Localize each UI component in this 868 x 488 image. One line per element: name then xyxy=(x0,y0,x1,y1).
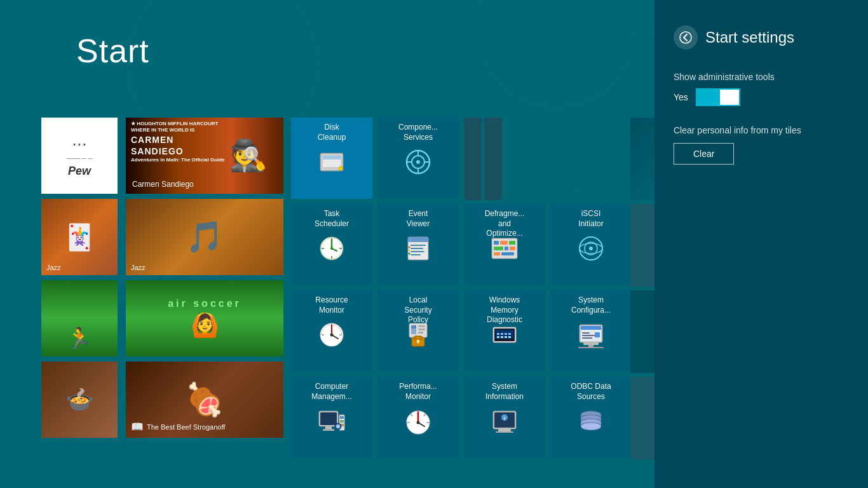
svg-point-88 xyxy=(336,424,340,428)
event-viewer-icon xyxy=(403,233,433,269)
local-security-name: LocalSecurityPolicy xyxy=(381,295,455,325)
event-viewer-tile[interactable]: EventViewer xyxy=(377,204,459,285)
stroganoff-label: 📖 The Best Beef Stroganoff xyxy=(131,421,225,433)
admin-tools-label: Show administrative tools xyxy=(674,72,849,82)
svg-rect-50 xyxy=(418,325,425,327)
svg-rect-2 xyxy=(323,156,341,159)
computer-mgmt-name: ComputerManagem... xyxy=(295,382,369,402)
svg-point-6 xyxy=(416,160,420,164)
air-soccer-title: air soccer xyxy=(168,298,241,309)
carmen-logo-text: ★ HOUGHTON MIFFLIN HARCOURTWHERE IN THE … xyxy=(131,121,226,164)
stroganoff-label-text: The Best Beef Stroganoff xyxy=(147,423,225,431)
svg-rect-82 xyxy=(323,429,334,431)
computer-mgmt-icon xyxy=(316,406,347,442)
toggle-row: Yes xyxy=(674,88,849,106)
sys-info-name: SystemInformation xyxy=(468,382,541,402)
page-title: Start xyxy=(76,32,149,70)
pew-subtitle-icon: ─── ─ ─ xyxy=(67,155,93,162)
defrag-tile[interactable]: Defragme...andOptimize... xyxy=(464,204,545,285)
admin-tools-section: Show administrative tools Yes xyxy=(674,72,849,106)
svg-rect-63 xyxy=(505,336,507,338)
svg-rect-80 xyxy=(320,412,337,425)
svg-point-90 xyxy=(417,421,420,424)
stroganoff-wide-tile[interactable]: 🍖 📖 The Best Beef Stroganoff xyxy=(126,362,283,438)
perf-monitor-tile[interactable]: Performa...Monitor xyxy=(377,377,459,458)
iscsi-tile[interactable]: iSCSIInitiator xyxy=(550,204,632,285)
sys-info-tile[interactable]: SystemInformation i xyxy=(464,377,545,458)
left-tiles-column: ··· ─── ─ ─ Pew 🃏 Jazz 🏃 🍲 xyxy=(41,118,118,438)
odbc-tile[interactable]: ODBC DataSources xyxy=(550,377,632,458)
air-soccer-wide-tile[interactable]: air soccer 🙆 xyxy=(126,280,283,356)
svg-rect-25 xyxy=(410,254,421,255)
admin-tiles-grid: DiskCleanup Compone...Services xyxy=(291,118,633,459)
svg-rect-51 xyxy=(418,329,425,330)
defrag-name: Defragme...andOptimize... xyxy=(468,209,541,239)
svg-rect-78 xyxy=(578,347,604,348)
disk-cleanup-tile[interactable]: DiskCleanup xyxy=(291,118,372,199)
resource-monitor-tile[interactable]: ResourceMonitor xyxy=(291,290,372,372)
local-security-tile[interactable]: LocalSecurityPolicy xyxy=(377,290,459,372)
svg-rect-22 xyxy=(410,245,426,246)
perf-monitor-icon xyxy=(403,406,433,442)
svg-point-26 xyxy=(409,246,410,248)
partial-right-tiles xyxy=(630,118,654,459)
svg-point-109 xyxy=(680,32,691,43)
svg-point-28 xyxy=(409,252,410,254)
air-soccer-tile[interactable]: 🏃 xyxy=(41,280,118,356)
carmen-tile[interactable]: ★ HOUGHTON MIFFLIN HARCOURTWHERE IN THE … xyxy=(126,118,283,194)
jazz-wide-tile[interactable]: 🎵 Jazz xyxy=(126,199,283,275)
partial-right-4 xyxy=(630,377,654,459)
component-services-name: Compone...Services xyxy=(381,123,455,142)
svg-rect-74 xyxy=(582,337,592,339)
svg-rect-52 xyxy=(418,332,423,334)
svg-rect-62 xyxy=(501,336,503,338)
svg-rect-72 xyxy=(582,332,590,334)
computer-mgmt-tile[interactable]: ComputerManagem... xyxy=(291,377,372,458)
toggle-switch[interactable] xyxy=(696,88,740,106)
svg-rect-77 xyxy=(588,345,593,347)
svg-rect-71 xyxy=(581,326,601,330)
wide-tiles-column: ★ HOUGHTON MIFFLIN HARCOURTWHERE IN THE … xyxy=(126,118,283,438)
jazz-label: Jazz xyxy=(46,264,61,271)
settings-header: Start settings xyxy=(674,25,849,50)
svg-rect-37 xyxy=(501,252,514,255)
sys-config-icon xyxy=(576,320,606,356)
windows-memory-tile[interactable]: WindowsMemoryDiagnostic xyxy=(464,290,545,372)
svg-rect-68 xyxy=(508,333,511,335)
task-scheduler-tile[interactable]: TaskScheduler xyxy=(291,204,372,285)
back-button[interactable] xyxy=(674,25,698,50)
svg-rect-66 xyxy=(501,333,503,335)
iscsi-icon xyxy=(576,233,606,269)
pew-tile[interactable]: ··· ─── ─ ─ Pew xyxy=(41,118,118,194)
svg-rect-75 xyxy=(595,332,600,337)
svg-text:i: i xyxy=(504,416,505,421)
stroganoff-tile-small[interactable]: 🍲 xyxy=(41,362,118,438)
toggle-knob xyxy=(720,90,739,105)
disk-cleanup-icon xyxy=(316,147,347,183)
jazz-wide-label: Jazz xyxy=(131,264,146,271)
svg-rect-101 xyxy=(496,431,513,433)
air-soccer-figure: 🙆 xyxy=(191,312,219,339)
svg-rect-21 xyxy=(408,237,428,242)
svg-rect-31 xyxy=(500,241,508,245)
svg-point-43 xyxy=(330,333,334,336)
clear-button[interactable]: Clear xyxy=(674,143,734,165)
svg-rect-76 xyxy=(583,342,599,345)
svg-rect-67 xyxy=(505,333,507,335)
stroganoff-food-icon: 🍖 xyxy=(185,381,224,418)
jazz-tile[interactable]: 🃏 Jazz xyxy=(41,199,118,275)
resource-monitor-name: ResourceMonitor xyxy=(295,295,369,315)
task-scheduler-name: TaskScheduler xyxy=(295,209,369,229)
svg-point-27 xyxy=(409,249,410,251)
sys-config-name: SystemConfigura... xyxy=(554,295,628,315)
svg-rect-30 xyxy=(494,241,499,245)
resource-monitor-icon xyxy=(316,320,347,356)
sys-config-tile[interactable]: SystemConfigura... xyxy=(550,290,632,372)
pew-text-label: Pew xyxy=(68,165,91,178)
svg-rect-64 xyxy=(508,336,511,338)
toggle-yes-text: Yes xyxy=(674,92,688,102)
component-services-icon xyxy=(403,147,433,183)
event-viewer-name: EventViewer xyxy=(381,209,455,229)
svg-point-15 xyxy=(330,247,333,250)
component-services-tile[interactable]: Compone...Services xyxy=(377,118,459,199)
